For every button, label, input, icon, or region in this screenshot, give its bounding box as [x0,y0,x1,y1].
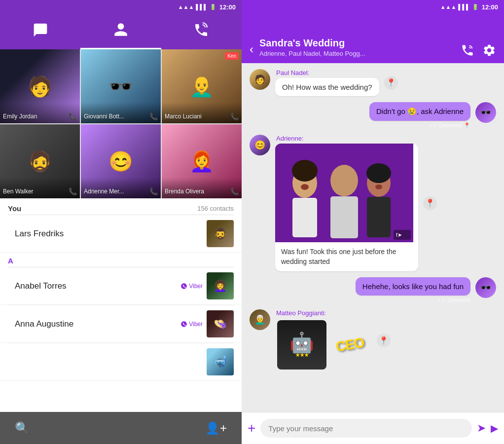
chat-messages[interactable]: 🧑 Paul Nadel: Oh! How was the wedding? 📍… [242,63,504,412]
battery-icon: 🔋 [210,4,216,10]
grid-item-phone-emily: 📞 [69,112,77,120]
back-button[interactable]: ‹ [250,42,253,57]
grid-item-adrienne[interactable]: 😊 Adrienne Mer... 📞 [81,124,161,198]
message-bubble-out1: Didn't go 😢, ask Adrienne [369,102,470,121]
tab-chats[interactable] [0,15,80,49]
message-text-paul: Oh! How was the wedding? [282,83,372,91]
svg-rect-6 [330,196,358,238]
grid-item-overlay-brenda: Brenda Olivera 📞 [162,178,242,198]
left-time: 12:00 [219,3,236,11]
contacts-list[interactable]: You 156 contacts Lars Fredriks 🧔‍♂️ A An… [0,198,242,412]
sticker-1-emoji: 🤖 [289,333,314,352]
message-bubble-out2: Hehehe, looks like you had fun [356,277,470,296]
svg-point-12 [375,185,382,189]
anabel-photo: 👩‍🦱 [207,272,234,299]
svg-point-10 [366,163,391,183]
location-pin-adrienne[interactable]: 📍 [423,196,437,210]
right-header-info: Sandra's Wedding Adrienne, Paul Nadel, M… [259,37,455,57]
message-row-out1: 🕶️ Didn't go 😢, ask Adrienne ✓✓ Delivere… [250,102,496,129]
ken-badge: Ken [225,52,239,60]
message-container-adrienne-media: Adrienne: [275,135,418,271]
contact-info-anna: Anna Augustine [15,319,180,329]
avatar-adrienne-chat: 😊 [250,135,270,155]
message-input[interactable] [260,419,472,438]
svg-point-9 [292,160,318,182]
sender-paul: Paul Nadel: [275,69,379,76]
grid-item-emily[interactable]: 🧑 Emily Jordan 📞 [0,49,80,123]
contacts-count: 156 contacts [197,205,234,212]
grid-item-brenda[interactable]: 👩‍🦰 Brenda Olivera 📞 [162,124,242,198]
signal-icon: ▌▌▌ [196,4,207,10]
anna-viber-label: Viber [189,321,203,328]
contact-item-anabel[interactable]: Anabel Torres Viber 👩‍🦱 [0,267,242,305]
right-header: ‹ Sandra's Wedding Adrienne, Paul Nadel,… [242,14,504,63]
avatar-out1: 🕶️ [475,102,496,123]
chat-settings-button[interactable] [482,43,496,57]
contact-info-anabel: Anabel Torres [15,281,180,291]
svg-point-5 [330,165,358,196]
media-bubble-adrienne[interactable]: f➤ Was fun! Took this one just before th… [275,144,418,271]
message-container-out1: Didn't go 😢, ask Adrienne ✓✓ Delivered 📍 [369,102,470,129]
add-button[interactable]: + [248,420,255,436]
search-button[interactable]: 🔍 [15,421,30,435]
sticker-2: CEO [330,325,370,365]
grid-item-overlay-giovanni: Giovanni Bott... 📞 [81,103,161,123]
svg-point-1 [36,27,38,29]
location-icon-out1: 📍 [464,122,470,129]
contact-name-anabel: Anabel Torres [15,281,67,291]
media-image-adrienne: f➤ [275,144,413,242]
tab-phone[interactable] [161,15,242,49]
grid-item-ben[interactable]: 🧔 Ben Walker 📞 [0,124,80,198]
add-contact-button[interactable]: 👤+ [205,421,227,435]
grid-item-phone-brenda: 📞 [230,187,239,195]
message-row-paul: 🧑 Paul Nadel: Oh! How was the wedding? 📍 [250,69,496,96]
viber-icon-anabel [180,283,187,290]
svg-point-11 [301,184,309,190]
anabel-viber-badge: Viber [180,283,203,290]
grid-item-marco[interactable]: 👨‍🦲 Ken Marco Luciani 📞 [162,49,242,123]
left-panel: ▲▲▲ ▌▌▌ 🔋 12:00 [0,0,242,444]
chat-phone-button[interactable] [461,43,474,57]
sender-adrienne: Adrienne: [275,135,418,142]
right-signal-icon: ▌▌▌ [458,4,469,10]
svg-text:f➤: f➤ [396,232,402,238]
svg-rect-8 [367,197,391,237]
grid-item-name-brenda: Brenda Olivera [165,188,204,195]
grid-item-giovanni[interactable]: 🕶️ Giovanni Bott... 📞 [81,49,161,123]
send-button[interactable]: ➤ [477,422,486,435]
contact-item-extra[interactable]: 🤿 [0,343,242,381]
viber-icon-anna [180,321,187,328]
right-status-icons: ▲▲▲ ▌▌▌ 🔋 [440,4,479,10]
grid-item-phone-giovanni: 📞 [149,112,158,120]
contact-item-lars[interactable]: Lars Fredriks 🧔‍♂️ [0,215,242,253]
contacts-grid: 🧑 Emily Jordan 📞 🕶️ Giovanni Bott... 📞 👨… [0,49,242,198]
arrow-button[interactable]: ▶ [491,422,498,434]
anna-photo: 👒 [207,310,234,337]
right-time: 12:00 [482,3,498,11]
delivered-text-out1: ✓✓ Delivered [429,122,462,129]
location-pin-paul[interactable]: 📍 [384,76,398,90]
chat-bubble-icon [33,22,48,38]
right-panel: ▲▲▲ ▌▌▌ 🔋 12:00 ‹ Sandra's Wedding Adrie… [242,0,504,444]
grid-item-overlay-ben: Ben Walker 📞 [0,178,80,198]
anna-viber-badge: Viber [180,321,203,328]
svg-rect-4 [292,198,317,237]
contact-info-lars: Lars Fredriks [15,229,207,239]
tab-contacts[interactable] [80,15,161,49]
grid-item-phone-adrienne: 📞 [149,187,158,195]
avatar-paul: 🧑 [250,69,270,90]
ceo-text: CEO [335,334,365,355]
chat-input-bar: + ➤ ▶ [242,412,504,444]
section-divider-a: A [0,253,242,267]
left-status-icons: ▲▲▲ ▌▌▌ 🔋 [178,4,216,10]
sticker-group: 🤖 ★★★ CEO [277,320,370,370]
lars-photo: 🧔‍♂️ [207,220,234,247]
phone-icon [193,22,209,38]
delivered-text-out2: ✓✓ Delivered [437,297,470,303]
contact-item-anna[interactable]: Anna Augustine Viber 👒 [0,305,242,343]
location-pin-matteo[interactable]: 📍 [377,333,391,347]
contacts-section-you-header: You 156 contacts [0,198,242,215]
message-row-out2: 🕶️ Hehehe, looks like you had fun ✓✓ Del… [250,277,496,303]
message-container-paul: Paul Nadel: Oh! How was the wedding? [275,69,379,96]
svg-rect-0 [36,29,38,30]
